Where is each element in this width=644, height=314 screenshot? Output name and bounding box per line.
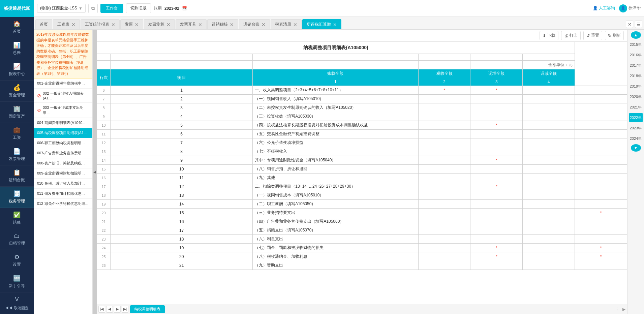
left-item-010[interactable]: 010-免税、减计收入及加计...: [34, 179, 92, 189]
cell-1[interactable]: [470, 200, 523, 209]
cell-0[interactable]: [418, 147, 470, 156]
tab-close-icon[interactable]: ✕: [166, 22, 171, 27]
tab-close-icon[interactable]: ✕: [111, 22, 115, 27]
cell-3[interactable]: [575, 156, 627, 165]
sidebar-item-home[interactable]: 🏠首页: [0, 17, 34, 38]
cell-1[interactable]: [470, 95, 523, 103]
sidebar-item-capital[interactable]: 💰资金管理: [0, 81, 34, 102]
sidebar-item-checkout[interactable]: ✅结账: [0, 208, 34, 229]
download-button[interactable]: ⬇ 下载: [540, 31, 558, 40]
cell-0[interactable]: [418, 217, 470, 226]
year-btn-2022年[interactable]: 2022年: [629, 113, 643, 122]
cell-0[interactable]: [418, 252, 470, 261]
cell-1[interactable]: [470, 226, 523, 235]
cell-0[interactable]: [418, 261, 470, 270]
cell-1[interactable]: [470, 174, 523, 182]
close-all-tabs-btn[interactable]: ✕: [626, 21, 633, 28]
cell-1[interactable]: [470, 191, 523, 200]
cell-2[interactable]: [523, 112, 575, 121]
tab-close-icon[interactable]: ✕: [262, 22, 266, 27]
tab-close-icon[interactable]: ✕: [333, 22, 337, 27]
year-btn-2017年[interactable]: 2017年: [629, 61, 643, 70]
cell-3[interactable]: [575, 165, 627, 174]
cell-1[interactable]: *: [470, 244, 523, 252]
cell-0[interactable]: [418, 112, 470, 121]
switch-old-button[interactable]: 切到旧版: [126, 3, 151, 13]
year-btn-2019年[interactable]: 2019年: [629, 82, 643, 91]
cell-2[interactable]: [523, 200, 575, 209]
cell-1[interactable]: [470, 130, 523, 138]
tab-invoice-open[interactable]: 发票开具✕: [176, 19, 207, 29]
cell-1[interactable]: *: [470, 182, 523, 191]
cell-3[interactable]: [575, 235, 627, 244]
cell-0[interactable]: [418, 209, 470, 217]
cell-3[interactable]: [575, 200, 627, 209]
cell-3[interactable]: *: [575, 252, 627, 261]
cell-0[interactable]: [418, 191, 470, 200]
cell-3[interactable]: [575, 121, 627, 130]
tab-invoice[interactable]: 发票✕: [120, 19, 143, 29]
scroll-right-icon[interactable]: ▶: [622, 307, 625, 312]
tab-home[interactable]: 首页: [35, 19, 52, 29]
cell-0[interactable]: [418, 235, 470, 244]
year-btn-2020年[interactable]: 2020年: [629, 92, 643, 101]
tab-close-icon[interactable]: ✕: [293, 22, 297, 27]
sidebar-item-vip[interactable]: V畅会员: [0, 292, 34, 302]
tab-purchase-check[interactable]: 进销稽核✕: [207, 19, 238, 29]
year-btn-2024年[interactable]: 2024年: [629, 134, 643, 143]
cell-2[interactable]: [523, 156, 575, 165]
cell-3[interactable]: [575, 86, 627, 95]
refresh-button[interactable]: ↻ 刷新: [605, 31, 624, 40]
copy-icon[interactable]: ⧉: [88, 4, 98, 13]
cell-3[interactable]: [575, 191, 627, 200]
left-item-006[interactable]: 006-职工薪酬纳税调整明细...: [34, 138, 92, 148]
sidebar-item-general-ledger[interactable]: 📊总账: [0, 38, 34, 59]
cell-2[interactable]: [523, 165, 575, 174]
year-btn-2023年[interactable]: 2023年: [629, 123, 643, 133]
cell-2[interactable]: [523, 121, 575, 130]
left-item-003[interactable]: ⊘003-一般企业成本支出明细...: [34, 103, 92, 118]
cell-3[interactable]: *: [575, 209, 627, 217]
cell-3[interactable]: [575, 112, 627, 121]
tab-income-tax-calc[interactable]: 所得税汇算缴✕: [302, 19, 341, 29]
sidebar-item-payroll[interactable]: 💼工资: [0, 123, 34, 144]
left-item-005[interactable]: 005-纳税调整项目明细表(A1...: [34, 128, 92, 138]
year-btn-2018年[interactable]: 2018年: [629, 71, 643, 81]
cell-2[interactable]: [523, 130, 575, 138]
cell-3[interactable]: [575, 261, 627, 270]
cell-1[interactable]: [470, 235, 523, 244]
cell-3[interactable]: [575, 130, 627, 138]
cell-3[interactable]: [575, 95, 627, 103]
year-up-btn[interactable]: ▲: [631, 31, 641, 39]
cell-2[interactable]: [523, 103, 575, 112]
left-panel-collapse-btn[interactable]: ◀: [93, 30, 97, 314]
cell-3[interactable]: [575, 182, 627, 191]
nav-last-btn[interactable]: ▶|: [122, 306, 128, 313]
cell-2[interactable]: [523, 95, 575, 103]
nav-first-btn[interactable]: |◀: [98, 306, 105, 313]
cell-2[interactable]: [523, 191, 575, 200]
left-item-009[interactable]: 009-企业所得税附加扣除明...: [34, 168, 92, 179]
cell-0[interactable]: [418, 165, 470, 174]
cell-1[interactable]: [470, 112, 523, 121]
sidebar-item-invoice-ledger[interactable]: 📋进销台账: [0, 165, 34, 187]
tab-close-icon[interactable]: ✕: [230, 22, 234, 27]
cell-1[interactable]: *: [470, 86, 523, 95]
left-item-004[interactable]: 004-期间费用明细表(A1040...: [34, 118, 92, 128]
cell-1[interactable]: [470, 209, 523, 217]
cell-2[interactable]: [523, 174, 575, 182]
cell-1[interactable]: [470, 103, 523, 112]
user-info[interactable]: 👤 徐泽华: [619, 4, 641, 12]
sidebar-item-archive[interactable]: 🗂归档管理: [0, 229, 34, 250]
cell-0[interactable]: [418, 244, 470, 252]
left-item-011[interactable]: 011-研发费用加计扣除优惠...: [34, 189, 92, 199]
cell-2[interactable]: [523, 182, 575, 191]
service-link[interactable]: 👤 人工咨询: [593, 5, 615, 11]
nav-next-btn[interactable]: ▶: [114, 306, 121, 313]
tab-close-icon[interactable]: ✕: [71, 22, 75, 27]
cell-2[interactable]: [523, 252, 575, 261]
sidebar-item-tax[interactable]: 🧾税务管理: [0, 187, 34, 208]
cell-3[interactable]: [575, 174, 627, 182]
cell-2[interactable]: [523, 226, 575, 235]
cell-0[interactable]: [418, 121, 470, 130]
